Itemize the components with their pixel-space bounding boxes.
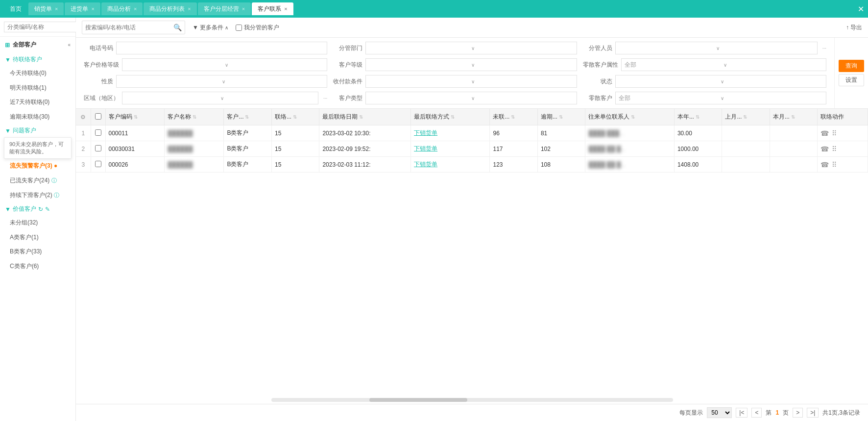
sidebar-item-class-a[interactable]: A类客户(1) (0, 230, 75, 245)
filter-region-select[interactable]: ∨ (122, 92, 318, 104)
filter-phone-input[interactable] (116, 42, 327, 54)
filter-dept-select[interactable]: ∨ (365, 42, 577, 54)
sidebar-section-problem[interactable]: ▼ 问题客户 (0, 124, 75, 137)
last-way-link[interactable]: 下销货单 (414, 129, 437, 136)
first-page-button[interactable]: |< (736, 408, 747, 418)
th-overdue[interactable]: 逾期... ⇅ (537, 109, 585, 125)
sidebar-item-churn-warning[interactable]: 流失预警客户(3) ● (0, 159, 75, 173)
sidebar-item-class-c[interactable]: C类客户(6) (0, 259, 75, 274)
tab-analysis-list[interactable]: 商品分析列表 × (144, 2, 196, 15)
more-filter-button[interactable]: ▼ 更多条件 ∧ (189, 22, 232, 34)
select-all-checkbox[interactable] (95, 113, 101, 120)
row-checkbox[interactable] (95, 145, 101, 151)
sidebar-all-customers[interactable]: ⊞ 全部客户 « (0, 37, 75, 53)
filter-retail-attr-select[interactable]: 全部 ∨ (621, 58, 826, 71)
row-action-more-icon[interactable]: ⠿ (832, 129, 837, 137)
row-checkbox[interactable] (95, 129, 101, 136)
sidebar-item-7days[interactable]: 近7天待联络(0) (0, 95, 75, 110)
row-action-more-icon[interactable]: ⠿ (832, 161, 837, 169)
my-customers-label: 我分管的客户 (244, 24, 279, 32)
sidebar-item-today[interactable]: 今天待联络(0) (0, 66, 75, 81)
next-page-button[interactable]: > (793, 408, 803, 418)
sidebar-item-class-b[interactable]: B类客户(33) (0, 245, 75, 259)
th-this-year[interactable]: 本年... ⇅ (674, 109, 722, 125)
scrollbar-thumb[interactable] (369, 398, 467, 402)
row-this-month (770, 157, 817, 173)
filter-region-more[interactable]: ··· (323, 96, 327, 101)
row-last-date: 2023-02-09 19:52: (319, 141, 411, 157)
filter-nature: 性质 ∨ (84, 75, 327, 88)
sidebar-section-pending[interactable]: ▼ 待联络客户 (0, 53, 75, 66)
filter-customer-type-select[interactable]: ∨ (365, 92, 577, 104)
current-page-number: 1 (775, 409, 779, 416)
sidebar-item-ungrouped[interactable]: 未分组(32) (0, 216, 75, 230)
th-last-month[interactable]: 上月... ⇅ (722, 109, 770, 125)
last-way-link[interactable]: 下销货单 (414, 145, 437, 152)
filter-nature-select[interactable]: ∨ (116, 75, 327, 88)
th-this-month[interactable]: 本月... ⇅ (770, 109, 817, 125)
horizontal-scrollbar[interactable] (76, 396, 868, 404)
th-settings[interactable]: ⚙ (76, 109, 91, 125)
th-last-date[interactable]: 最后联络日期 ⇅ (319, 109, 411, 125)
filter-customer-level-select[interactable]: ∨ (365, 58, 577, 71)
row-num: 3 (76, 157, 91, 173)
th-name[interactable]: 客户名称 ⇅ (165, 109, 224, 125)
tab-sales-close[interactable]: × (55, 6, 58, 12)
per-page-select[interactable]: 50 100 (707, 407, 732, 418)
row-action-phone-icon[interactable]: ☎ (820, 161, 829, 169)
window-close-button[interactable]: ✕ (858, 4, 864, 14)
row-type: B类客户 (224, 141, 271, 157)
section-pending-label: 待联络客户 (13, 55, 42, 64)
settings-button[interactable]: 设置 (839, 74, 864, 86)
th-code[interactable]: 客户编码 ⇅ (105, 109, 165, 125)
filter-icon: ▼ (193, 24, 198, 31)
last-way-link[interactable]: 下销货单 (414, 161, 437, 168)
th-no-contact[interactable]: 未联... ⇅ (490, 109, 537, 125)
tab-purchase[interactable]: 进货单 × (65, 2, 100, 15)
tab-analysis-list-close[interactable]: × (188, 6, 191, 12)
tab-customer-layer[interactable]: 客户分层经营 × (198, 2, 251, 15)
row-action-phone-icon[interactable]: ☎ (820, 145, 829, 153)
filter-status-select[interactable]: ∨ (615, 75, 826, 88)
th-unit-contact[interactable]: 往来单位联系人 ⇅ (585, 109, 674, 125)
tab-analysis-close[interactable]: × (134, 6, 137, 12)
tab-analysis[interactable]: 商品分析 × (101, 2, 143, 15)
filter-payment-select[interactable]: ∨ (365, 75, 577, 88)
sidebar-item-overdue[interactable]: 逾期未联络(30) (0, 110, 75, 124)
last-page-button[interactable]: >| (807, 408, 819, 418)
search-submit-icon[interactable]: 🔍 (173, 24, 182, 31)
sidebar-item-declining[interactable]: 持续下滑客户(2) ⓘ (0, 188, 75, 203)
row-action-phone-icon[interactable]: ☎ (820, 129, 829, 137)
tab-customer-contact-close[interactable]: × (284, 6, 287, 12)
th-contact[interactable]: 联络... ⇅ (271, 109, 319, 125)
tab-customer-layer-close[interactable]: × (242, 6, 245, 12)
tab-customer-contact[interactable]: 客户联系 × (252, 2, 293, 15)
sidebar-item-churned[interactable]: 已流失客户(24) ⓘ (0, 173, 75, 188)
sort-last-month-icon: ⇅ (743, 114, 747, 120)
prev-page-button[interactable]: < (751, 408, 762, 418)
sidebar-section-value[interactable]: ▼ 价值客户 ↻ ✎ (0, 202, 75, 216)
th-type[interactable]: 客户... ⇅ (224, 109, 271, 125)
filter-manager-select[interactable]: ∨ (615, 42, 818, 54)
filter-retail-customer-select[interactable]: 全部 ∨ (615, 92, 826, 104)
tab-sales[interactable]: 销货单 × (28, 2, 64, 15)
row-action-more-icon[interactable]: ⠿ (832, 145, 837, 153)
export-button[interactable]: ↑ 导出 (846, 24, 862, 32)
sidebar-item-tomorrow[interactable]: 明天待联络(1) (0, 81, 75, 96)
th-last-way[interactable]: 最后联络方式 ⇅ (411, 109, 490, 125)
sort-no-contact-icon: ⇅ (511, 114, 515, 120)
search-input[interactable] (85, 24, 173, 31)
row-checkbox[interactable] (95, 161, 101, 167)
tab-purchase-close[interactable]: × (91, 6, 94, 12)
value-refresh-icon[interactable]: ↻ (38, 206, 43, 213)
filter-region-label: 区域（地区） (84, 94, 119, 102)
filter-price-level-select[interactable]: ∨ (122, 58, 327, 71)
filter-manager-more[interactable]: ··· (822, 46, 826, 51)
my-customers-checkbox[interactable] (236, 25, 242, 31)
category-search-input[interactable] (4, 22, 84, 32)
filter-customer-level-arrow-icon: ∨ (471, 62, 574, 68)
value-edit-icon[interactable]: ✎ (45, 206, 50, 213)
tab-home[interactable]: 首页 (4, 2, 27, 15)
th-checkbox[interactable] (91, 109, 105, 125)
query-button[interactable]: 查询 (839, 60, 864, 72)
